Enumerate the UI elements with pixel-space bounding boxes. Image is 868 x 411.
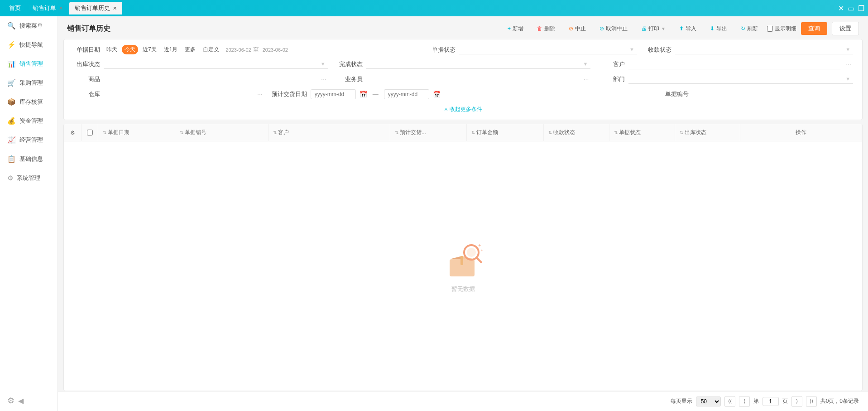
svg-text:✦: ✦ <box>480 249 483 252</box>
page-header: 销售订单历史 + 新增 🗑 删除 ⊘ 中止 ⊘ 取消中止 <box>58 16 868 39</box>
quicknav-icon: ⚡ <box>7 41 16 49</box>
warehouse-dots[interactable]: ··· <box>255 91 264 98</box>
finance-icon: 💰 <box>7 117 16 125</box>
filter-delivery-date: 预计交货日期 📅 — 📅 <box>264 89 655 99</box>
tab-sales-order-history[interactable]: 销售订单历史 ✕ <box>69 2 122 15</box>
delivery-date-label: 预计交货日期 <box>272 90 307 98</box>
page-number-input[interactable] <box>762 397 779 406</box>
date-btn-yesterday[interactable]: 昨天 <box>104 45 120 54</box>
th-doc-status[interactable]: ⇅ 单据状态 <box>609 124 675 141</box>
salesman-input[interactable] <box>366 74 578 84</box>
salesman-dots[interactable]: ··· <box>582 76 591 83</box>
maximize-icon[interactable]: ❐ <box>858 4 864 13</box>
date-range: 昨天 今天 近7天 近1月 更多 自定义 2023-06-02 至 2023-0… <box>104 45 421 54</box>
sidebar-item-purchase[interactable]: 🛒 采购管理 <box>0 73 58 92</box>
doc-status-select[interactable]: ▼ <box>459 45 637 54</box>
sidebar-item-finance[interactable]: 💰 资金管理 <box>0 111 58 131</box>
btn-refresh[interactable]: ↻ 刷新 <box>736 23 762 34</box>
date-btn-1month[interactable]: 近1月 <box>161 45 181 54</box>
sidebar: 🔍 搜索菜单 ⚡ 快捷导航 📊 销售管理 🛒 采购管理 📦 库存核算 💰 资金管… <box>0 16 58 411</box>
per-page-select[interactable]: 50 10 20 100 <box>696 396 721 406</box>
top-bar: 首页 销售订单 ✕ 销售订单历史 ✕ ✕ ▭ ❐ <box>0 0 868 16</box>
complete-status-select[interactable]: ▼ <box>366 59 591 69</box>
tab-home-label: 首页 <box>9 4 21 12</box>
btn-cancel-stop[interactable]: ⊘ 取消中止 <box>595 23 632 34</box>
pay-status-select[interactable]: ▼ <box>675 45 853 54</box>
tab-sales-order[interactable]: 销售订单 ✕ <box>27 2 68 15</box>
th-out-status[interactable]: ⇅ 出库状态 <box>675 124 741 141</box>
th-delivery[interactable]: ⇅ 预计交货... <box>390 124 467 141</box>
minimize-icon[interactable]: ▭ <box>848 4 854 13</box>
show-detail-input[interactable] <box>767 26 773 32</box>
svg-rect-1 <box>460 256 463 265</box>
sidebar-item-basic[interactable]: 📋 基础信息 <box>0 150 58 169</box>
page-first-btn[interactable]: ⟨⟨ <box>724 396 735 407</box>
sidebar-item-inventory[interactable]: 📦 库存核算 <box>0 92 58 111</box>
sidebar-settings-icon[interactable]: ⚙ <box>7 396 14 406</box>
refresh-icon: ↻ <box>741 25 745 32</box>
sidebar-item-quicknav[interactable]: ⚡ 快捷导航 <box>0 35 58 54</box>
th-doc-date[interactable]: ⇅ 单据日期 <box>98 124 175 141</box>
doc-no-input[interactable] <box>692 89 853 99</box>
out-status-select[interactable]: ▼ <box>104 59 328 69</box>
date-btn-7days[interactable]: 近7天 <box>140 45 159 54</box>
btn-print[interactable]: 🖨 打印 ▼ <box>637 23 670 34</box>
calendar-from-icon[interactable]: 📅 <box>360 91 367 98</box>
btn-export[interactable]: ⬇ 导出 <box>705 23 732 34</box>
th-amount[interactable]: ⇅ 订单金额 <box>467 124 544 141</box>
th-pay-status[interactable]: ⇅ 收款状态 <box>544 124 609 141</box>
delivery-date-to[interactable] <box>384 89 429 99</box>
customer-dots[interactable]: ··· <box>844 61 853 68</box>
close-window-icon[interactable]: ✕ <box>838 4 844 13</box>
tab-sales-order-close[interactable]: ✕ <box>59 5 63 11</box>
date-btn-custom[interactable]: 自定义 <box>200 45 222 54</box>
date-range-end: 2023-06-02 <box>263 47 288 53</box>
filter-row-3: 商品 ··· 业务员 ··· 部门 ▼ <box>73 74 853 84</box>
collapse-row[interactable]: ∧ 收起更多条件 <box>73 104 853 114</box>
dept-select[interactable]: ▼ <box>628 74 853 84</box>
select-all-checkbox[interactable] <box>87 130 93 135</box>
show-detail-checkbox[interactable]: 显示明细 <box>767 25 796 33</box>
btn-delete[interactable]: 🗑 删除 <box>532 23 560 34</box>
toolbar: + 新增 🗑 删除 ⊘ 中止 ⊘ 取消中止 🖨 打印 <box>503 22 859 35</box>
delivery-date-from[interactable] <box>311 89 356 99</box>
btn-stop[interactable]: ⊘ 中止 <box>564 23 590 34</box>
th-doc-no[interactable]: ⇅ 单据编号 <box>175 124 269 141</box>
th-settings[interactable]: ⚙ <box>64 124 82 141</box>
tab-sales-order-history-close[interactable]: ✕ <box>113 5 117 11</box>
sidebar-item-search-label: 搜索菜单 <box>19 22 43 30</box>
th-checkbox[interactable] <box>82 124 98 141</box>
btn-import[interactable]: ⬆ 导入 <box>675 23 701 34</box>
sidebar-item-search[interactable]: 🔍 搜索菜单 <box>0 16 58 35</box>
btn-new-label: 新增 <box>513 25 523 33</box>
query-button[interactable]: 查询 <box>801 22 827 35</box>
warehouse-input[interactable] <box>104 89 252 99</box>
sidebar-collapse-icon[interactable]: ◀ <box>18 396 24 405</box>
sidebar-item-system[interactable]: ⚙ 系统管理 <box>0 169 58 188</box>
date-btn-today[interactable]: 今天 <box>122 45 138 54</box>
filter-dept: 部门 ▼ <box>590 74 853 84</box>
filter-doc-date: 单据日期 昨天 今天 近7天 近1月 更多 自定义 2023-06-02 至 2… <box>73 45 421 54</box>
tab-home[interactable]: 首页 <box>4 2 26 15</box>
tab-sales-order-history-label: 销售订单历史 <box>75 4 110 12</box>
page-last-btn[interactable]: ⟩⟩ <box>806 396 817 407</box>
page-next-btn[interactable]: ⟩ <box>791 396 802 407</box>
date-btn-more[interactable]: 更多 <box>182 45 198 54</box>
sidebar-item-sales[interactable]: 📊 销售管理 <box>0 54 58 73</box>
filter-panel: 单据日期 昨天 今天 近7天 近1月 更多 自定义 2023-06-02 至 2… <box>63 39 863 120</box>
customer-input[interactable] <box>628 59 840 69</box>
page-prev-btn[interactable]: ⟨ <box>739 396 750 407</box>
sidebar-item-operation[interactable]: 📈 经营管理 <box>0 131 58 150</box>
btn-new[interactable]: + 新增 <box>503 23 528 34</box>
product-dots[interactable]: ··· <box>319 76 328 83</box>
settings-button[interactable]: 设置 <box>832 22 859 35</box>
calendar-to-icon[interactable]: 📅 <box>433 91 441 98</box>
search-icon: 🔍 <box>7 22 16 30</box>
th-sort-icon-customer: ⇅ <box>273 130 277 135</box>
th-customer[interactable]: ⇅ 客户 <box>269 124 390 141</box>
pay-status-label: 收款状态 <box>644 46 671 54</box>
th-sort-icon-date: ⇅ <box>103 130 106 135</box>
page-title: 销售订单历史 <box>67 24 110 34</box>
sidebar-item-operation-label: 经营管理 <box>19 136 43 144</box>
product-input[interactable] <box>104 74 316 84</box>
